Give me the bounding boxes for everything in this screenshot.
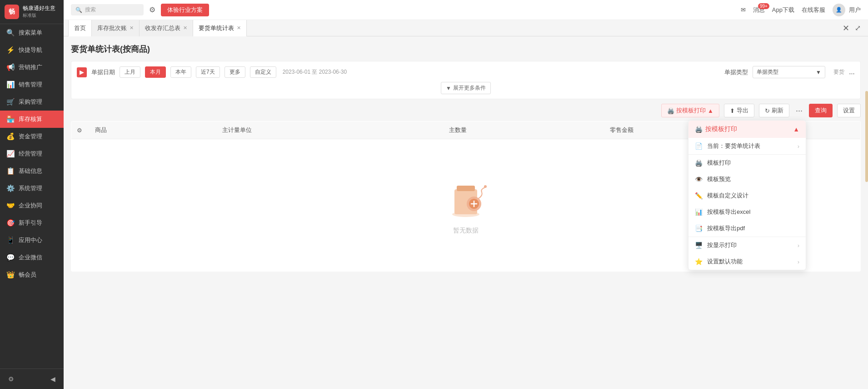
tab-close-icon[interactable]: ✕ [237,25,241,31]
app-download-link[interactable]: App下载 [772,6,794,14]
printer-icon: 🖨️ [695,159,703,167]
sidebar-item-collab[interactable]: 🤝 企业协同 [0,197,64,214]
tab-batch[interactable]: 库存批次账 ✕ [92,20,140,36]
refresh-btn[interactable]: ↻ 刷新 [759,104,789,117]
sidebar-item-label: 系统管理 [19,184,42,192]
expand-chevron-icon: ▼ [446,85,451,91]
date-btn-prev-month[interactable]: 上月 [120,66,140,78]
online-service-link[interactable]: 在线客服 [802,6,825,14]
sidebar-item-label: 营销推广 [19,63,42,71]
sidebar-item-quick-nav[interactable]: ⚡ 快捷导航 [0,41,64,59]
tab-label: 要货单统计表 [199,24,234,32]
expand-btn[interactable]: ▼ 展开更多条件 [441,82,491,94]
sidebar-item-guide[interactable]: 🎯 新手引导 [0,214,64,232]
date-btn-custom[interactable]: 自定义 [250,66,276,78]
date-btn-this-month[interactable]: 本月 [145,66,166,78]
tab-close-all-icon[interactable]: ✕ [840,23,852,33]
query-label: 查询 [815,106,827,115]
dropdown-item-template-excel[interactable]: 📊 按模板导出excel [688,204,806,220]
export-btn[interactable]: ⬆ 导出 [724,104,754,117]
settings-icon[interactable]: ⚙ [77,127,82,134]
sidebar-item-label: 企业微信 [19,253,42,262]
date-btn-this-year[interactable]: 本年 [170,66,191,78]
date-btn-more[interactable]: 更多 [224,66,245,78]
right-scrollbar[interactable] [865,91,868,182]
dropdown-item-label: 模板自定义设计 [707,192,748,200]
sidebar-item-purchase[interactable]: 🛒 采购管理 [0,93,64,111]
dropdown-item-template-pdf[interactable]: 📑 按模板导出pdf [688,220,806,237]
dropdown-item-template-custom[interactable]: ✏️ 模板自定义设计 [688,187,806,204]
printer-icon: 🖨️ [667,107,674,114]
tab-home[interactable]: 首页 [68,20,92,36]
sidebar-item-sales[interactable]: 📊 销售管理 [0,76,64,93]
preview-icon: 👁️ [695,176,703,183]
sidebar-item-member[interactable]: 👑 畅会员 [0,266,64,283]
dropdown-close-icon[interactable]: ▲ [793,126,799,133]
filter-expand-icon[interactable]: ▶ [77,67,87,77]
sidebar-item-operations[interactable]: 📈 经营管理 [0,145,64,162]
sidebar-item-label: 经营管理 [19,150,42,158]
table-header-settings[interactable]: ⚙ [71,121,90,139]
dropdown-item-template-preview[interactable]: 👁️ 模板预览 [688,171,806,187]
inventory-icon: 🏪 [6,115,15,123]
filter-bar: ▶ 单据日期 上月 本月 本年 近7天 更多 自定义 2023-06-01 至 … [71,61,861,99]
sidebar-item-wechat[interactable]: 💬 企业微信 [0,249,64,266]
topbar-search[interactable]: 🔍 搜索 [71,4,144,15]
message-badge[interactable]: ✉ 99+ 消息 [741,6,765,14]
expand-btn-label: 展开更多条件 [453,84,486,92]
display-icon: 🖥️ [695,242,703,249]
topbar-settings-icon[interactable]: ⚙ [149,5,155,14]
table-header-product: 商品 [90,121,217,139]
tab-summary[interactable]: 收发存汇总表 ✕ [140,20,193,36]
template-print-btn[interactable]: 🖨️ 按模板打印 ▲ [661,104,719,117]
user-profile[interactable]: 👤 用户 [833,4,861,16]
sidebar-item-marketing[interactable]: 📢 营销推广 [0,59,64,76]
sidebar-item-basic[interactable]: 📋 基础信息 [0,162,64,180]
pdf-icon: 📑 [695,225,703,232]
sidebar-item-label: 快捷导航 [19,46,42,54]
dropdown-item-current[interactable]: 📄 当前：要货单统计表 › [688,138,806,154]
star-icon: ⭐ [695,258,703,265]
dropdown-item-display-print[interactable]: 🖥️ 按显示打印 › [688,237,806,253]
edit-icon: ✏️ [695,192,703,199]
svg-point-5 [484,185,487,188]
sales-icon: 📊 [6,81,15,89]
export-icon: ⬆ [730,107,735,114]
date-label: 单据日期 [91,68,115,76]
dropdown-item-label: 模板预览 [707,175,731,183]
collab-icon: 🤝 [6,202,15,210]
tab-maximize-icon[interactable]: ⤢ [852,24,863,32]
sidebar-collapse-btn[interactable]: ◀ [49,374,57,384]
guide-icon: 🎯 [6,219,15,227]
more-options-icon[interactable]: ··· [794,106,804,116]
dropdown-item-set-default[interactable]: ⭐ 设置默认功能 › [688,253,806,270]
document-icon: 📄 [695,142,703,150]
user-name: 用户 [849,6,861,14]
sidebar-item-label: 基础信息 [19,167,42,175]
sidebar-nav: 🔍 搜索菜单 ⚡ 快捷导航 📢 营销推广 📊 销售管理 🛒 采购管理 🏪 库存核… [0,24,64,369]
dropdown-item-label: 按显示打印 [707,241,737,249]
dropdown-header: 🖨️ 按模板打印 ▲ [688,121,806,138]
trial-btn[interactable]: 体验行业方案 [161,4,209,16]
sidebar-item-finance[interactable]: 💰 资金管理 [0,128,64,145]
main-content: 🔍 搜索 ⚙ 体验行业方案 ✉ 99+ 消息 App下载 在线客服 👤 用户 首… [64,0,868,389]
query-btn[interactable]: 查询 [809,104,833,117]
date-btn-7days[interactable]: 近7天 [196,66,220,78]
dropdown-title: 按模板打印 [705,125,737,133]
app-name: 畅康通好生意 [23,5,55,12]
sidebar-item-inventory[interactable]: 🏪 库存核算 [0,111,64,128]
apps-icon: 📱 [6,236,15,244]
sidebar-item-label: 销售管理 [19,81,42,89]
sidebar-item-search[interactable]: 🔍 搜索菜单 [0,24,64,41]
tab-close-icon[interactable]: ✕ [130,25,134,31]
dropdown-item-template-print[interactable]: 🖨️ 模板打印 [688,155,806,171]
sidebar-item-label: 搜索菜单 [19,29,42,37]
settings-btn[interactable]: 设置 [837,104,861,117]
sidebar-item-system[interactable]: ⚙️ 系统管理 [0,180,64,197]
sidebar-settings-btn[interactable]: ⚙ [6,374,16,384]
type-select[interactable]: 单据类型 ▼ [753,66,825,78]
tab-order-stats[interactable]: 要货单统计表 ✕ [193,20,247,36]
sidebar-item-label: 采购管理 [19,98,42,106]
tab-close-icon[interactable]: ✕ [183,25,187,31]
sidebar-item-apps[interactable]: 📱 应用中心 [0,232,64,249]
